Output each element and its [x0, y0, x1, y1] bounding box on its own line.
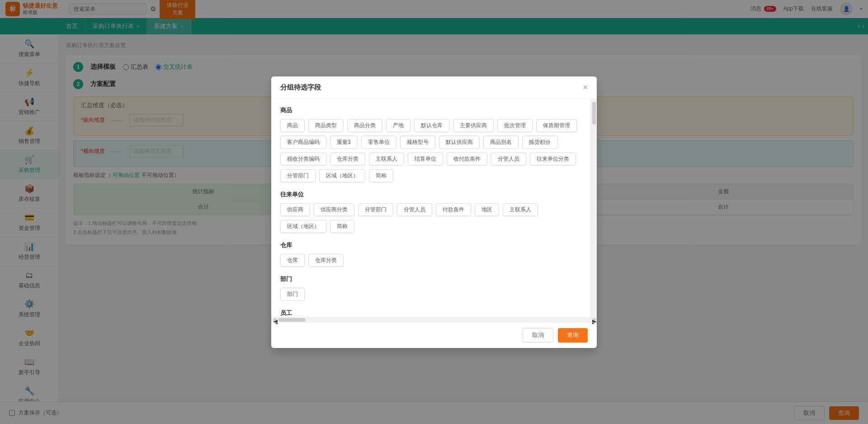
field-expiry-mgmt[interactable]: 保质期管理 — [536, 119, 577, 132]
field-payment-terms[interactable]: 收付款条件 — [447, 152, 487, 166]
field-retail-unit[interactable]: 零售单位 — [361, 136, 396, 149]
scrollbar-thumb — [592, 102, 596, 124]
h-scrollbar-thumb — [278, 318, 306, 322]
field-abbr-product[interactable]: 简称 — [369, 169, 393, 182]
field-settle-unit[interactable]: 结算单位 — [408, 152, 443, 166]
modal-overlay[interactable]: 分组待选字段 × 商品 商品 商品类型 商品分类 产地 默认仓库 主要供应商 批… — [0, 0, 868, 424]
field-supplier[interactable]: 供应商 — [280, 203, 310, 216]
section-product: 商品 商品 商品类型 商品分类 产地 默认仓库 主要供应商 批次管理 保质期管理… — [280, 106, 581, 182]
field-pick-score[interactable]: 拣货积分 — [522, 136, 557, 149]
section-warehouse: 仓库 仓库 仓库分类 — [280, 241, 581, 267]
field-customer-code[interactable]: 客户商品编码 — [280, 136, 326, 149]
field-partner-contact[interactable]: 主联系人 — [503, 203, 538, 216]
field-product-category[interactable]: 商品分类 — [347, 119, 382, 132]
field-spec-model[interactable]: 规格型号 — [400, 136, 435, 149]
field-warehouse[interactable]: 仓库 — [280, 254, 305, 267]
section-employee-title: 员工 — [280, 309, 581, 317]
modal-body: 商品 商品 商品类型 商品分类 产地 默认仓库 主要供应商 批次管理 保质期管理… — [271, 99, 590, 318]
modal-cancel-button[interactable]: 取消 — [523, 328, 553, 343]
field-partner-dept[interactable]: 分管部门 — [358, 203, 393, 216]
section-dept-title: 部门 — [280, 275, 581, 283]
modal-content-area: 商品 商品 商品类型 商品分类 产地 默认仓库 主要供应商 批次管理 保质期管理… — [271, 99, 597, 318]
modal-title: 分组待选字段 — [280, 83, 321, 92]
field-partner-area[interactable]: 区域（地区） — [280, 220, 326, 233]
field-origin[interactable]: 产地 — [386, 119, 410, 132]
field-supervisor[interactable]: 分管人员 — [491, 152, 526, 166]
dept-fields: 部门 — [280, 288, 581, 301]
section-dept: 部门 部门 — [280, 275, 581, 301]
field-default-warehouse[interactable]: 默认仓库 — [414, 119, 449, 132]
field-main-contact[interactable]: 主联系人 — [369, 152, 404, 166]
field-tax-code[interactable]: 税收分类编码 — [280, 152, 326, 166]
field-weight3[interactable]: 重量3 — [330, 136, 358, 149]
field-partner-supervisor[interactable]: 分管人员 — [397, 203, 432, 216]
field-product-type[interactable]: 商品类型 — [308, 119, 344, 132]
horizontal-scrollbar[interactable]: ◀ ▶ — [271, 317, 597, 322]
h-scrollbar-right-arrow: ▶ — [592, 318, 596, 322]
modal-scrollbar[interactable] — [590, 99, 597, 318]
section-partner-title: 往来单位 — [280, 191, 581, 199]
field-partner-abbr[interactable]: 简称 — [330, 220, 354, 233]
field-supervise-dept[interactable]: 分管部门 — [280, 169, 316, 182]
modal-close-button[interactable]: × — [583, 83, 588, 92]
field-dept[interactable]: 部门 — [280, 288, 305, 301]
section-product-title: 商品 — [280, 106, 581, 114]
field-region-product[interactable]: 区域（地区） — [319, 169, 365, 182]
modal-dialog: 分组待选字段 × 商品 商品 商品类型 商品分类 产地 默认仓库 主要供应商 批… — [271, 76, 597, 348]
modal-footer: 取消 查询 — [271, 322, 597, 348]
field-product[interactable]: 商品 — [280, 119, 305, 132]
field-default-supplier[interactable]: 默认供应商 — [439, 136, 480, 149]
modal-confirm-button[interactable]: 查询 — [558, 328, 588, 343]
warehouse-fields: 仓库 仓库分类 — [280, 254, 581, 267]
section-partner: 往来单位 供应商 供应商分类 分管部门 分管人员 付款条件 地区 主联系人 区域… — [280, 191, 581, 233]
field-warehouse-cat[interactable]: 仓库分类 — [308, 254, 344, 267]
field-warehouse-category[interactable]: 仓库分类 — [330, 152, 365, 166]
partner-fields: 供应商 供应商分类 分管部门 分管人员 付款条件 地区 主联系人 区域（地区） … — [280, 203, 581, 233]
field-partner-payment[interactable]: 付款条件 — [436, 203, 471, 216]
field-supplier-category[interactable]: 供应商分类 — [314, 203, 354, 216]
modal-header: 分组待选字段 × — [271, 76, 597, 99]
h-scrollbar-track — [277, 318, 592, 322]
field-partner-category[interactable]: 往来单位分类 — [530, 152, 576, 166]
field-product-alias[interactable]: 商品别名 — [483, 136, 519, 149]
field-main-supplier[interactable]: 主要供应商 — [453, 119, 494, 132]
field-batch-mgmt[interactable]: 批次管理 — [497, 119, 533, 132]
section-warehouse-title: 仓库 — [280, 241, 581, 249]
field-partner-region[interactable]: 地区 — [475, 203, 499, 216]
product-fields: 商品 商品类型 商品分类 产地 默认仓库 主要供应商 批次管理 保质期管理 客户… — [280, 119, 581, 182]
h-scrollbar-left-arrow: ◀ — [273, 318, 277, 322]
section-employee: 员工 业务员 — [280, 309, 581, 318]
